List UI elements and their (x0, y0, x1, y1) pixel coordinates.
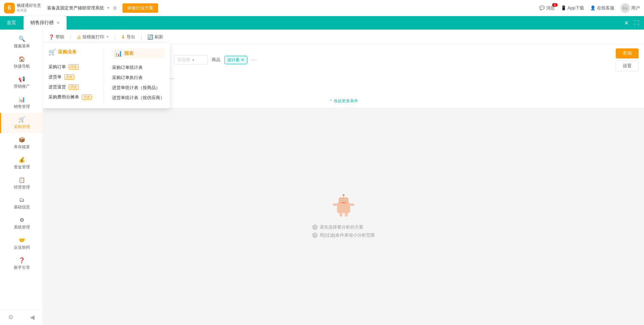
menu-item-expense[interactable]: 采购费用分摊单 历史 (48, 92, 96, 102)
print-arrow-icon[interactable]: ▼ (106, 35, 109, 39)
operations-icon: 📋 (19, 177, 25, 183)
sidebar-label-purchase: 采购管理 (14, 124, 30, 130)
collapse-icon: ⌃ (329, 99, 332, 104)
sales-icon: 📊 (19, 96, 25, 103)
purchase-section: 🛒 采购业务 采购订单 历史 进货单 历史 进货退货 历史 采购费用分摊单 (48, 48, 96, 103)
sidebar-item-marketing[interactable]: 📢 营销推广 (0, 73, 43, 93)
online-label: 在线客服 (597, 5, 614, 11)
settings-button[interactable]: 设置 (616, 60, 639, 71)
sidebar-item-purchase[interactable]: 🛒 采购管理 (0, 113, 43, 133)
svg-rect-10 (345, 212, 348, 216)
tab-maximize-button[interactable]: ⛶ (632, 19, 641, 27)
menu-item-report-order-exec[interactable]: 采购订单执行表 (112, 73, 165, 83)
menu-item-report-order-stat[interactable]: 采购订单统计表 (112, 63, 165, 73)
sidebar-label-sales: 销售管理 (14, 104, 30, 110)
sidebar: 🔍 搜索菜单 🏠 快捷导航 📢 营销推广 📊 销售管理 🛒 采购管理 📦 库存核… (0, 30, 43, 325)
dropdown-arrow-icon[interactable]: ▼ (107, 6, 110, 10)
print-label: 按模板打印 (82, 34, 104, 40)
menu-item-return[interactable]: 进货退货 历史 (48, 82, 96, 92)
finance-icon: 💰 (19, 157, 25, 163)
service-icon: 👤 (590, 5, 596, 10)
tip-num-2: 2 (312, 233, 318, 238)
message-button[interactable]: 💬 9 消息 (539, 5, 555, 11)
goods-tag-text: 设计素 (227, 57, 240, 63)
bill-status-value: 请选择 (177, 57, 190, 63)
mobile-icon: 📱 (561, 5, 566, 10)
empty-tip-1: 请先选择要分析的方案 (320, 224, 363, 230)
user-label: 用户 (631, 5, 640, 11)
export-button[interactable]: ⬇ 导出 (121, 34, 135, 40)
purchase-dropdown-menu: 🛒 采购业务 采购订单 历史 进货单 历史 进货退货 历史 采购费用分摊单 (43, 43, 170, 108)
purchase-icon: 🛒 (19, 116, 25, 123)
app-label: App下载 (568, 5, 584, 11)
menu-item-report-incoming-supplier[interactable]: 进货单统计表（按供应商） (112, 93, 165, 103)
goods-tag-remove-icon[interactable]: ✕ (241, 57, 244, 62)
collapse-button[interactable]: ⌃ 收起更多条件 (329, 98, 358, 104)
content-area: ❓ 帮助 | 🖨 按模板打印 ▼ | ⬇ 导出 | 🔄 刷新 (43, 30, 644, 325)
sidebar-item-inventory[interactable]: 📦 库存核算 (0, 133, 43, 153)
salesman-more-icon[interactable]: ··· (169, 76, 175, 82)
sidebar-label-basic: 基础信息 (14, 204, 30, 210)
header-right: 💬 9 消息 📱 App下载 👤 在线客服 Ea 用户 (539, 3, 640, 13)
sidebar-item-basic[interactable]: 🗂 基础信息 (0, 194, 43, 213)
user-button[interactable]: Ea 用户 (620, 3, 640, 13)
sidebar-item-quick[interactable]: 🏠 快捷导航 (0, 52, 43, 73)
industry-button[interactable]: 体验行业方案 (122, 3, 158, 13)
sidebar-label-finance: 资金管理 (14, 164, 30, 170)
sidebar-item-enterprise[interactable]: 🤝 企业协同 (0, 234, 43, 254)
help-button[interactable]: ❓ 帮助 (48, 34, 64, 40)
sidebar-item-sales[interactable]: 📊 销售管理 (0, 93, 43, 113)
menu-item-purchase-order[interactable]: 采购订单 历史 (48, 62, 96, 72)
sidebar-settings-button[interactable]: ⚙ (8, 314, 13, 321)
logo-icon: 6 (4, 3, 15, 13)
refresh-icon: 🔄 (147, 34, 153, 40)
tab-right-buttons: ✕ ⛶ (622, 19, 644, 27)
sidebar-item-operations[interactable]: 📋 经营管理 (0, 173, 43, 194)
purchase-title-text: 采购业务 (58, 49, 77, 55)
expense-label: 采购费用分摊单 (48, 94, 79, 100)
tab-close-icon[interactable]: ✕ (57, 21, 60, 25)
svg-point-4 (341, 199, 342, 200)
empty-illustration (328, 193, 359, 220)
goods-tag: 设计素 ✕ (224, 56, 247, 64)
refresh-button[interactable]: 🔄 刷新 (147, 34, 163, 40)
purchase-order-hist: 历史 (69, 64, 79, 70)
sidebar-label-search: 搜索菜单 (14, 43, 30, 49)
sidebar-item-guide[interactable]: ❓ 新手引导 (0, 254, 43, 274)
sidebar-label-quick: 快捷导航 (14, 64, 30, 69)
toolbar: ❓ 帮助 | 🖨 按模板打印 ▼ | ⬇ 导出 | 🔄 刷新 (43, 30, 644, 44)
print-button[interactable]: 🖨 按模板打印 ▼ (76, 34, 109, 40)
app-download-button[interactable]: 📱 App下载 (561, 5, 584, 11)
sidebar-label-system: 系统管理 (14, 225, 30, 230)
menu-item-report-incoming-goods[interactable]: 进货单统计表（按商品） (112, 83, 165, 93)
sidebar-collapse-button[interactable]: ◀ (30, 314, 35, 321)
query-button[interactable]: 查询 (616, 48, 639, 58)
online-service-button[interactable]: 👤 在线客服 (590, 5, 614, 11)
system-icon: ⚙ (20, 217, 24, 223)
system-title-text: 装备及固定资产辅助管理系统 (47, 5, 104, 11)
report-incoming-goods-label: 进货单统计表（按商品） (112, 85, 160, 91)
sidebar-item-search[interactable]: 🔍 搜索菜单 (0, 32, 43, 52)
avatar: Ea (620, 3, 630, 13)
search-icon: 🔍 (19, 36, 25, 42)
menu-item-incoming[interactable]: 进货单 历史 (48, 72, 96, 82)
expense-hist: 历史 (82, 94, 92, 100)
svg-rect-6 (342, 202, 346, 203)
goods-more-icon[interactable]: ··· (251, 57, 257, 63)
gear-icon[interactable]: ⚙ (113, 5, 117, 11)
top-header: 6 畅捷通好生意 标准版 装备及固定资产辅助管理系统 ▼ ⚙ 体验行业方案 💬 … (0, 0, 644, 16)
report-order-stat-label: 采购订单统计表 (112, 65, 143, 71)
message-icon: 💬 (539, 5, 545, 10)
tab-home[interactable]: 首页 (0, 16, 23, 30)
svg-rect-7 (333, 203, 337, 206)
sidebar-item-system[interactable]: ⚙ 系统管理 (0, 213, 43, 234)
tab-sales-ranking[interactable]: 销售排行榜 ✕ (24, 16, 67, 30)
tab-bar: 首页 销售排行榜 ✕ ✕ ⛶ (0, 16, 644, 30)
bill-status-select[interactable]: 请选择 ▼ (174, 55, 208, 65)
goods-label: 商品 (212, 57, 220, 63)
sidebar-item-finance[interactable]: 💰 资金管理 (0, 153, 43, 173)
tab-close-window-button[interactable]: ✕ (622, 19, 631, 27)
marketing-icon: 📢 (19, 76, 25, 82)
sidebar-label-marketing: 营销推广 (14, 84, 30, 89)
empty-tip-2: 用[过滤]条件来缩小分析范围 (320, 232, 374, 238)
